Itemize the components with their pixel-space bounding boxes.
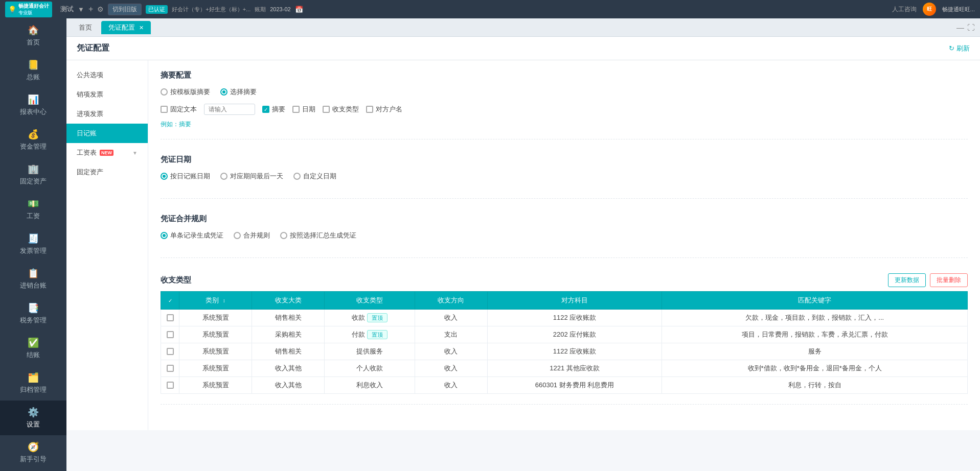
td-check-2[interactable] — [161, 326, 179, 343]
summary-title: 摘要配置 — [161, 70, 968, 80]
select-all-check[interactable]: ✓ — [167, 297, 173, 304]
summary-template-option[interactable]: 按模板版摘要 — [161, 87, 210, 97]
th-check[interactable]: ✓ — [161, 292, 179, 310]
sidebar-item-reports[interactable]: 📊 报表中心 — [0, 88, 66, 123]
period-last-label: 对应期间最后一天 — [230, 172, 283, 181]
custom-date-option[interactable]: 自定义日期 — [293, 172, 336, 181]
single-radio[interactable] — [161, 232, 168, 239]
td-major-4: 收入其他 — [252, 360, 325, 377]
td-direction-4: 收入 — [415, 360, 487, 377]
table-header-row: ✓ 类别 ↕ 收支大类 收支类型 收支方向 对方科目 匹配关键字 — [161, 292, 968, 310]
counterpart-item[interactable]: 对方户名 — [366, 105, 402, 114]
income-expense-section: 收支类型 更新数据 批量删除 ✓ — [161, 273, 968, 405]
sidebar-item-guide[interactable]: 🧭 新手引导 — [0, 435, 66, 470]
sidebar-item-archive[interactable]: 🗂️ 归档管理 — [0, 366, 66, 401]
date-options-group: 按日记账日期 对应期间最后一天 自定义日期 — [161, 172, 968, 181]
sidebar-item-settings[interactable]: ⚙️ 设置 — [0, 401, 66, 435]
td-category-3: 系统预置 — [179, 343, 252, 360]
tab-voucher-config[interactable]: 凭证配置 ✕ — [101, 21, 151, 34]
tax-icon: 📑 — [28, 302, 39, 314]
sidebar-label-invoice: 发票管理 — [20, 246, 47, 255]
sort-icon-category[interactable]: ↕ — [223, 298, 225, 303]
row-check-3[interactable] — [167, 348, 174, 355]
single-option[interactable]: 单条记录生成凭证 — [161, 231, 223, 240]
td-category-4: 系统预置 — [179, 360, 252, 377]
date-check[interactable] — [292, 106, 300, 113]
switch-old-btn[interactable]: 切到旧版 — [108, 4, 142, 15]
td-check-5[interactable] — [161, 377, 179, 394]
tab-maximize-btn[interactable]: ⛶ — [967, 23, 975, 32]
period-last-radio[interactable] — [220, 173, 227, 180]
income-type-check[interactable] — [323, 106, 330, 113]
summary-select-option[interactable]: 选择摘要 — [220, 87, 257, 97]
td-counterpart-2: 2202 应付账款 — [487, 326, 662, 343]
sidebar-item-tax[interactable]: 📑 税务管理 — [0, 296, 66, 331]
add-icon[interactable]: + — [88, 5, 93, 14]
dropdown-icon[interactable]: ▼ — [78, 6, 84, 13]
calendar-icon[interactable]: 📅 — [295, 6, 303, 13]
tag-2[interactable]: 置顶 — [367, 330, 388, 339]
row-check-4[interactable] — [167, 365, 174, 372]
td-keywords-4: 收到*借款，收到*备用金，退回*备用金，个人 — [662, 360, 968, 377]
sidebar-label-settle: 结账 — [27, 350, 40, 360]
income-type-item[interactable]: 收支类型 — [323, 105, 359, 114]
total-radio[interactable] — [280, 232, 287, 239]
td-check-3[interactable] — [161, 343, 179, 360]
summary-template-radio[interactable] — [161, 88, 168, 96]
summary-check[interactable]: ✓ — [262, 106, 269, 113]
sidebar-item-salary[interactable]: 💵 工资 — [0, 192, 66, 227]
sidebar-item-invoice[interactable]: 🧾 发票管理 — [0, 227, 66, 262]
merge-rule-option[interactable]: 合并规则 — [234, 231, 270, 240]
salary-icon: 💵 — [28, 198, 39, 209]
update-data-btn[interactable]: 更新数据 — [888, 273, 926, 287]
refresh-btn[interactable]: ↻ 刷新 — [949, 44, 970, 53]
row-check-2[interactable] — [167, 331, 174, 338]
td-type-2: 付款 置顶 — [325, 326, 415, 343]
batch-delete-btn[interactable]: 批量删除 — [930, 273, 968, 287]
td-check-4[interactable] — [161, 360, 179, 377]
date-item[interactable]: 日期 — [292, 105, 315, 114]
nav-item-purchase-inv[interactable]: 进项发票 — [66, 104, 148, 124]
th-keywords: 匹配关键字 — [662, 292, 968, 310]
counterpart-check[interactable] — [366, 106, 373, 113]
sidebar-item-purchase[interactable]: 📋 进销台账 — [0, 262, 66, 296]
sidebar-item-ledger[interactable]: 📒 总账 — [0, 53, 66, 88]
nav-item-sales[interactable]: 销项发票 — [66, 85, 148, 104]
diary-date-radio[interactable] — [161, 173, 168, 180]
row-check-1[interactable] — [167, 314, 174, 321]
td-check-1[interactable] — [161, 310, 179, 326]
sidebar-item-assets[interactable]: 🏢 固定资产 — [0, 157, 66, 192]
tab-close-icon[interactable]: ✕ — [139, 25, 144, 31]
nav-item-diary[interactable]: 日记账 — [66, 124, 148, 143]
tab-minimize-btn[interactable]: — — [956, 23, 964, 32]
fixed-text-check[interactable] — [161, 106, 168, 113]
nav-item-fixed-assets[interactable]: 固定资产 — [66, 162, 148, 182]
tab-actions: — ⛶ — [956, 23, 975, 32]
th-direction: 收支方向 — [415, 292, 487, 310]
sidebar-item-finance[interactable]: 💰 资金管理 — [0, 123, 66, 157]
nav-item-payroll[interactable]: 工资表 NEW ▼ — [66, 143, 148, 162]
test-label: 测试 — [60, 5, 74, 14]
table-row: 系统预置 收入其他 利息收入 收入 660301 财务费用 利息费用 利息，行转… — [161, 377, 968, 394]
sidebar-item-home[interactable]: 🏠 首页 — [0, 18, 66, 53]
user-avatar[interactable]: 旺 — [923, 3, 936, 16]
summary-select-radio[interactable] — [220, 88, 227, 96]
td-keywords-2: 项目，日常费用，报销款，车费，承兑汇票，付款 — [662, 326, 968, 343]
settings-icon[interactable]: ⚙ — [97, 5, 104, 13]
period-value: 2023-02 — [270, 6, 290, 12]
row-check-5[interactable] — [167, 382, 174, 389]
tab-home[interactable]: 首页 — [72, 21, 99, 34]
summary-item[interactable]: ✓ 摘要 — [262, 105, 285, 114]
fixed-text-input[interactable] — [204, 104, 255, 115]
total-option[interactable]: 按照选择汇总生成凭证 — [280, 231, 356, 240]
fixed-text-label: 固定文本 — [170, 105, 197, 114]
fixed-text-item[interactable]: 固定文本 — [161, 105, 197, 114]
consult-btn[interactable]: 人工咨询 — [892, 5, 917, 14]
custom-date-radio[interactable] — [293, 173, 301, 180]
diary-date-option[interactable]: 按日记账日期 — [161, 172, 210, 181]
nav-item-public[interactable]: 公共选项 — [66, 65, 148, 85]
period-last-option[interactable]: 对应期间最后一天 — [220, 172, 283, 181]
merge-rule-radio[interactable] — [234, 232, 241, 239]
sidebar-item-settle[interactable]: ✅ 结账 — [0, 331, 66, 366]
tag-1[interactable]: 置顶 — [367, 313, 388, 322]
